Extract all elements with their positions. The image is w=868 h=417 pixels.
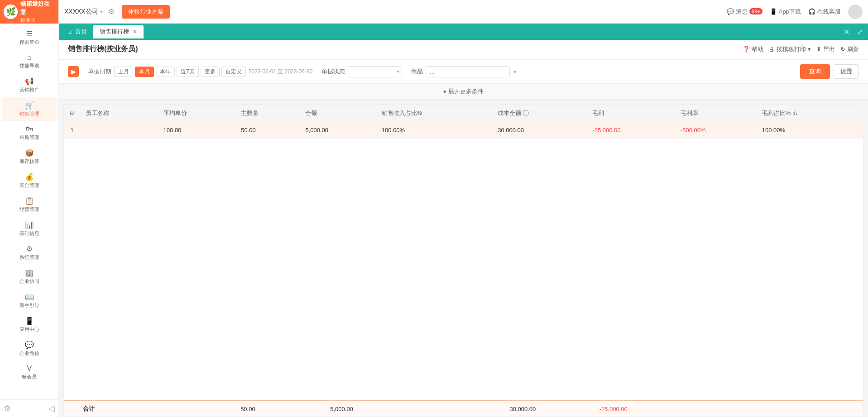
tab-sales-ranking-label: 销售排行榜: [100, 28, 129, 36]
message-button[interactable]: 💬 消息 99+: [727, 8, 762, 16]
goods-input[interactable]: [426, 66, 510, 77]
company-selector[interactable]: XXXXX公司 ▾: [64, 8, 103, 16]
filter-action-buttons: 查询 设置: [800, 64, 859, 79]
expand-more-button[interactable]: ▾ 展开更多条件: [443, 87, 484, 96]
online-service-label: 在线客服: [817, 8, 841, 16]
footer-avg-price: [145, 405, 235, 412]
vip-member-icon: V: [27, 364, 32, 373]
topbar-gear-icon[interactable]: ⚙: [108, 7, 115, 16]
topbar-right: 💬 消息 99+ 📱 App下载 🎧 在线客服: [727, 5, 863, 19]
user-avatar[interactable]: [848, 5, 863, 19]
sidebar-item-ops-mgmt[interactable]: 📋 经营管理: [2, 193, 57, 216]
status-filter-group: 单据状态: [321, 66, 402, 77]
quick-nav-label: 快捷导航: [19, 62, 39, 69]
sidebar-item-search-order[interactable]: ☰ 搜索菜单: [2, 26, 57, 49]
tab-close-all-icon[interactable]: ✕: [842, 27, 851, 37]
tab-home-label: 首页: [75, 28, 87, 36]
data-table-wrap: ⚙ 员工名称 平均单价 主数量 全额 销售收入占比% 成本全额 ⓘ 毛利 毛利率…: [63, 104, 863, 400]
marketing-label: 营销推广: [19, 86, 39, 93]
purchase-mgmt-label: 采购管理: [19, 134, 39, 141]
tab-sales-ranking[interactable]: 销售排行榜 ✕: [93, 25, 144, 38]
enterprise-wechat-icon: 💬: [25, 340, 34, 349]
export-icon: ⬇: [816, 46, 821, 53]
finance-mgmt-icon: 💰: [25, 173, 34, 181]
sidebar-item-quick-nav[interactable]: ⌂ 快捷导航: [2, 50, 57, 73]
sidebar-item-enterprise-wechat[interactable]: 💬 企业微信: [2, 337, 57, 360]
export-button[interactable]: ⬇ 导出: [816, 45, 835, 53]
expand-more-row: ▾ 展开更多条件: [59, 84, 868, 100]
sidebar-item-finance-mgmt[interactable]: 💰 资金管理: [2, 169, 57, 192]
sidebar-item-base-info[interactable]: 📊 基础信息: [2, 217, 57, 240]
row-sales-pct: 100.00%: [376, 122, 492, 139]
logo-icon: 🌿: [4, 5, 18, 19]
sidebar-item-newbie-guide[interactable]: 📖 新手引导: [2, 289, 57, 312]
message-label: 消息: [736, 8, 748, 16]
status-select[interactable]: [348, 66, 402, 77]
tab-expand-icon[interactable]: ⤢: [855, 27, 864, 37]
col-settings[interactable]: ⚙: [64, 105, 80, 122]
company-chevron-icon: ▾: [100, 9, 103, 15]
sidebar-item-vip-member[interactable]: V 畅会员: [2, 361, 57, 384]
footer-label: 合计: [77, 401, 145, 417]
goods-filter-group: 商品 ▾: [411, 66, 517, 77]
trial-industry-button[interactable]: 体验行业方案: [122, 5, 170, 19]
sidebar-item-sales-mgmt[interactable]: 🛒 销售管理: [2, 97, 57, 121]
refresh-button[interactable]: ↻ 刷新: [840, 45, 859, 53]
sidebar-item-enterprise-collab[interactable]: 🏢 企业协同: [2, 265, 57, 288]
base-info-icon: 📊: [25, 220, 34, 229]
footer-sales-pct: [414, 405, 504, 412]
date-btn-custom[interactable]: 自定义: [221, 67, 246, 77]
help-button[interactable]: ❓ 帮助: [743, 45, 763, 53]
app-download-button[interactable]: 📱 App下载: [770, 8, 801, 16]
query-button[interactable]: 查询: [800, 64, 830, 79]
footer-total-row: 合计 50.00 5,000.00 30,000.00 -25,000.00: [64, 401, 863, 417]
table-row: 1 100.00 50.00 5,000.00 100.00% 30,000.0…: [64, 122, 863, 139]
col-cost: 成本全额 ⓘ: [492, 105, 587, 122]
table-body: 1 100.00 50.00 5,000.00 100.00% 30,000.0…: [64, 122, 863, 139]
col-sales-pct: 销售收入占比%: [376, 105, 492, 122]
base-info-label: 基础信息: [19, 230, 39, 237]
sys-mgmt-icon: ⚙: [26, 244, 33, 253]
sales-mgmt-label: 销售管理: [19, 110, 39, 117]
sys-mgmt-label: 系统管理: [19, 254, 39, 261]
date-btn-this-month[interactable]: 本月: [135, 67, 154, 77]
sidebar-item-app-center[interactable]: 📱 应用中心: [2, 313, 57, 336]
sidebar-nav: ☰ 搜索菜单 ⌂ 快捷导航 📢 营销推广 🛒 销售管理 🛍 采购管理 📦 库存核…: [0, 24, 58, 399]
logo-text: 畅康通好生意 标准版: [20, 0, 55, 24]
template-print-button[interactable]: 🖨 按模板打印 ▾: [769, 45, 811, 53]
settings-button[interactable]: 设置: [834, 64, 859, 79]
date-btn-last-month[interactable]: 上月: [114, 67, 133, 77]
sidebar-item-purchase-mgmt[interactable]: 🛍 采购管理: [2, 121, 57, 144]
main-content: XXXXX公司 ▾ ⚙ 体验行业方案 💬 消息 99+ 📱 App下载 🎧 在线…: [59, 0, 868, 417]
row-gross: -25,000.00: [587, 122, 675, 139]
date-btn-7days[interactable]: 近7天: [177, 67, 199, 77]
quick-nav-icon: ⌂: [27, 53, 32, 62]
expand-more-icon: ▾: [443, 88, 446, 95]
col-avg-price: 平均单价: [158, 105, 236, 122]
search-order-label: 搜索菜单: [19, 39, 39, 46]
filter-expand-button[interactable]: ▶: [68, 66, 79, 77]
row-gross-pct: 100.00%: [757, 122, 863, 139]
sidebar-item-inventory[interactable]: 📦 库存核算: [2, 145, 57, 168]
sidebar-item-marketing[interactable]: 📢 营销推广: [2, 73, 57, 97]
date-filter-label: 单据日期: [88, 67, 111, 76]
sidebar-item-sys-mgmt[interactable]: ⚙ 系统管理: [2, 241, 57, 264]
footer-gross-pct: [773, 405, 863, 412]
tab-home[interactable]: ⌂ 首页: [62, 25, 93, 38]
online-service-button[interactable]: 🎧 在线客服: [808, 8, 841, 16]
date-btn-this-year[interactable]: 本年: [156, 67, 175, 77]
headset-icon: 🎧: [808, 8, 815, 15]
goods-input-more-icon: ▾: [513, 68, 517, 75]
date-btn-more[interactable]: 更多: [201, 67, 220, 77]
app-center-label: 应用中心: [19, 326, 39, 333]
collapse-sidebar-icon[interactable]: ◁: [48, 403, 55, 413]
tab-close-icon[interactable]: ✕: [133, 29, 137, 35]
filter-section: ▶ 单据日期 上月 本月 本年 近7天 更多 自定义 2023-06-01 至 …: [59, 60, 868, 84]
row-cost: 30,000.00: [492, 122, 587, 139]
help-icon: ❓: [743, 46, 750, 53]
settings-icon[interactable]: ⚙: [4, 403, 11, 413]
footer-gross: -25,000.00: [594, 402, 684, 416]
page-body: 销售排行榜(按业务员) ❓ 帮助 🖨 按模板打印 ▾ ⬇ 导出 ↻ 刷新: [59, 40, 868, 417]
status-filter-label: 单据状态: [321, 67, 345, 76]
enterprise-collab-icon: 🏢: [25, 268, 34, 277]
